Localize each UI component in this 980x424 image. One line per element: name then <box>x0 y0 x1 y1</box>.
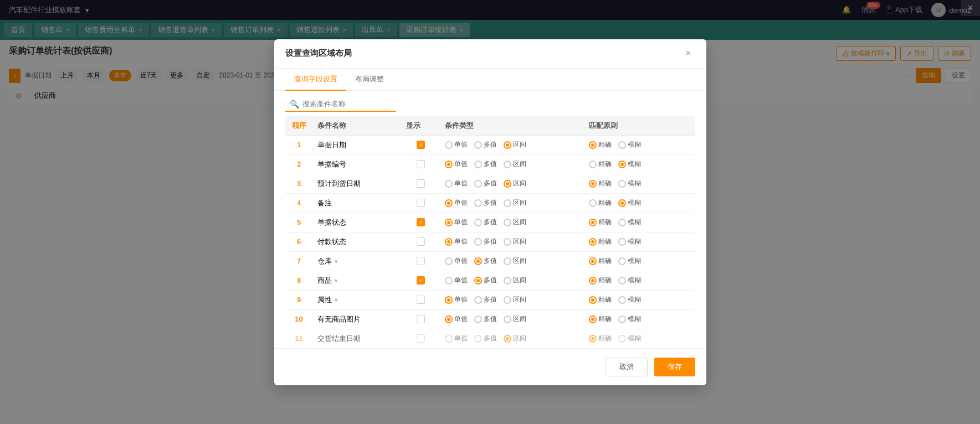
type-single[interactable]: 单值 <box>445 314 468 324</box>
tab-field-settings[interactable]: 查询字段设置 <box>285 69 346 91</box>
type-range[interactable]: 区间 <box>504 334 526 343</box>
type-single[interactable]: 单值 <box>445 140 468 149</box>
row-display[interactable]: ✓ <box>402 276 440 285</box>
type-multi[interactable]: 多值 <box>474 334 497 343</box>
row-match: 精确 模糊 <box>584 334 695 343</box>
save-button[interactable]: 保存 <box>654 358 695 376</box>
row-display[interactable] <box>402 199 440 207</box>
display-checkbox[interactable] <box>417 334 425 343</box>
display-checkbox[interactable] <box>417 160 425 168</box>
radio-fuzzy <box>618 180 626 188</box>
match-exact[interactable]: 精确 <box>589 237 612 246</box>
match-exact[interactable]: 精确 <box>589 198 612 208</box>
type-range[interactable]: 区间 <box>504 295 526 304</box>
display-checkbox[interactable] <box>417 237 425 246</box>
match-fuzzy[interactable]: 模糊 <box>618 218 641 227</box>
expand-icon[interactable]: ∨ <box>334 297 338 303</box>
type-multi[interactable]: 多值 <box>474 140 497 149</box>
match-exact[interactable]: 精确 <box>589 295 612 304</box>
type-range[interactable]: 区间 <box>504 256 526 266</box>
row-display[interactable] <box>402 237 440 246</box>
row-display[interactable] <box>402 334 440 343</box>
radio-exact <box>589 161 597 168</box>
match-radio-group: 精确 模糊 <box>589 159 695 169</box>
match-fuzzy[interactable]: 模糊 <box>618 295 641 304</box>
match-fuzzy[interactable]: 模糊 <box>618 256 641 266</box>
row-display[interactable] <box>402 315 440 323</box>
type-range[interactable]: 区间 <box>504 276 526 285</box>
type-single[interactable]: 单值 <box>445 276 468 285</box>
type-single[interactable]: 单值 <box>445 198 468 208</box>
type-range[interactable]: 区间 <box>504 179 526 188</box>
row-display[interactable]: ✓ <box>402 218 440 226</box>
match-fuzzy[interactable]: 模糊 <box>618 276 641 285</box>
expand-icon[interactable]: ∨ <box>334 277 338 283</box>
type-multi[interactable]: 多值 <box>474 237 497 246</box>
radio-single <box>445 141 453 149</box>
row-match: 精确 模糊 <box>584 256 695 266</box>
type-single[interactable]: 单值 <box>445 295 468 304</box>
match-exact[interactable]: 精确 <box>589 314 612 324</box>
display-checkbox[interactable] <box>417 199 425 207</box>
match-fuzzy[interactable]: 模糊 <box>618 179 641 188</box>
radio-fuzzy <box>618 161 626 168</box>
match-exact[interactable]: 精确 <box>589 218 612 227</box>
row-display[interactable] <box>402 179 440 188</box>
type-multi[interactable]: 多值 <box>474 314 497 324</box>
type-single[interactable]: 单值 <box>445 256 468 266</box>
type-range[interactable]: 区间 <box>504 159 526 169</box>
match-fuzzy[interactable]: 模糊 <box>618 314 641 324</box>
type-multi[interactable]: 多值 <box>474 159 497 169</box>
type-range[interactable]: 区间 <box>504 314 526 324</box>
modal-tabs: 查询字段设置 布局调整 <box>274 69 706 91</box>
display-checkbox[interactable]: ✓ <box>417 141 425 149</box>
row-name: 预计到货日期 <box>313 179 402 189</box>
modal-close-button[interactable]: × <box>682 47 695 60</box>
display-checkbox[interactable] <box>417 179 425 188</box>
display-checkbox[interactable]: ✓ <box>417 276 425 285</box>
display-checkbox[interactable] <box>417 315 425 323</box>
tab-layout-adjust[interactable]: 布局调整 <box>346 69 393 91</box>
display-checkbox[interactable] <box>417 296 425 304</box>
row-display[interactable] <box>402 296 440 304</box>
match-exact[interactable]: 精确 <box>589 140 612 149</box>
type-range[interactable]: 区间 <box>504 218 526 227</box>
type-single[interactable]: 单值 <box>445 334 468 343</box>
match-fuzzy[interactable]: 模糊 <box>618 334 641 343</box>
type-range[interactable]: 区间 <box>504 198 526 208</box>
display-checkbox[interactable] <box>417 257 425 265</box>
search-box: 🔍 <box>285 97 396 112</box>
cancel-button[interactable]: 取消 <box>606 358 648 376</box>
type-single[interactable]: 单值 <box>445 237 468 246</box>
match-fuzzy[interactable]: 模糊 <box>618 198 641 208</box>
type-range[interactable]: 区间 <box>504 237 526 246</box>
row-display[interactable] <box>402 257 440 265</box>
radio-single <box>445 316 453 323</box>
type-range[interactable]: 区间 <box>504 140 526 149</box>
match-radio-group: 精确 模糊 <box>589 314 695 324</box>
row-display[interactable] <box>402 160 440 168</box>
type-multi[interactable]: 多值 <box>474 179 497 188</box>
match-exact[interactable]: 精确 <box>589 256 612 266</box>
type-single[interactable]: 单值 <box>445 159 468 169</box>
type-multi[interactable]: 多值 <box>474 256 497 266</box>
match-fuzzy[interactable]: 模糊 <box>618 237 641 246</box>
match-exact[interactable]: 精确 <box>589 179 612 188</box>
match-fuzzy[interactable]: 模糊 <box>618 159 641 169</box>
type-single[interactable]: 单值 <box>445 179 468 188</box>
row-display[interactable]: ✓ <box>402 141 440 149</box>
display-checkbox[interactable]: ✓ <box>417 218 425 226</box>
type-single[interactable]: 单值 <box>445 218 468 227</box>
type-multi[interactable]: 多值 <box>474 276 497 285</box>
match-exact[interactable]: 精确 <box>589 159 612 169</box>
match-fuzzy[interactable]: 模糊 <box>618 140 641 149</box>
match-exact[interactable]: 精确 <box>589 276 612 285</box>
type-multi[interactable]: 多值 <box>474 218 497 227</box>
radio-fuzzy <box>618 238 626 246</box>
type-multi[interactable]: 多值 <box>474 198 497 208</box>
type-multi[interactable]: 多值 <box>474 295 497 304</box>
search-input[interactable] <box>302 100 391 108</box>
expand-icon[interactable]: ∨ <box>334 258 338 264</box>
table-row: 2 单据编号 单值 多值 区间 精确 <box>285 155 695 174</box>
match-exact[interactable]: 精确 <box>589 334 612 343</box>
